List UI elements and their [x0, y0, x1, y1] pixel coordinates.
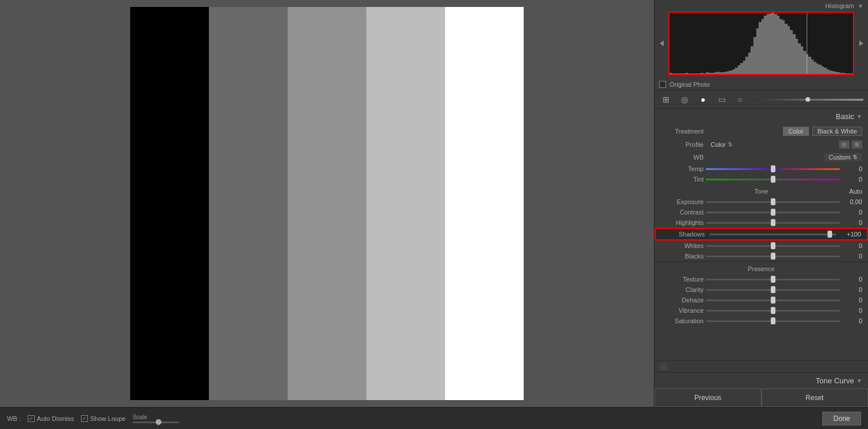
- profile-icons: ⊟ ⊞: [839, 140, 862, 149]
- exposure-thumb: [771, 198, 775, 205]
- highlights-row: Highlights 0: [654, 217, 868, 228]
- wb-select[interactable]: Custom ⇅: [824, 153, 862, 161]
- whites-row: Whites 0: [654, 241, 868, 251]
- highlights-label: Highlights: [660, 219, 704, 226]
- tool-filled-circle-icon[interactable]: ●: [696, 94, 710, 105]
- reset-button[interactable]: Reset: [762, 389, 869, 407]
- show-loupe-checkbox[interactable]: ✓: [81, 415, 88, 422]
- blacks-thumb: [771, 253, 775, 260]
- whites-slider[interactable]: [706, 245, 840, 247]
- auto-dismiss-label: Auto Dismiss: [37, 415, 74, 422]
- tint-value: 0: [842, 176, 862, 183]
- histogram-bars-container: [670, 13, 853, 74]
- image-area: [0, 0, 654, 407]
- highlights-thumb: [771, 219, 775, 226]
- highlights-value: 0: [842, 219, 862, 226]
- hist-bar: [851, 73, 853, 74]
- bottom-bar: WB : ✓ Auto Dismiss ✓ Show Loupe Scale D…: [0, 407, 868, 429]
- tools-slider[interactable]: [752, 99, 863, 101]
- tool-circle-icon[interactable]: ◎: [678, 94, 692, 105]
- show-loupe-label: Show Loupe: [90, 415, 126, 422]
- basic-menu-icon[interactable]: ▼: [856, 113, 862, 120]
- dehaze-row: Dehaze 0: [654, 295, 868, 305]
- tone-header: Tone Auto: [654, 184, 868, 197]
- histogram-canvas: [668, 12, 854, 75]
- panel-collapse-btn[interactable]: [660, 363, 667, 370]
- auto-btn[interactable]: Auto: [849, 188, 862, 195]
- shadows-slider[interactable]: [709, 234, 836, 235]
- right-panel: Histogram ▼: [654, 0, 868, 407]
- basic-section-header: Basic ▼: [654, 108, 868, 124]
- exposure-row: Exposure 0,00: [654, 197, 868, 207]
- clarity-label: Clarity: [660, 286, 704, 293]
- vibrance-thumb: [771, 307, 775, 314]
- histogram-inner: [670, 13, 853, 74]
- dehaze-thumb: [771, 297, 775, 304]
- clarity-value: 0: [842, 286, 862, 293]
- gradient-image: [130, 7, 524, 400]
- main-area: Histogram ▼: [0, 0, 868, 407]
- tool-grid-icon[interactable]: ⊞: [659, 94, 673, 105]
- highlights-slider[interactable]: [706, 222, 840, 224]
- exposure-value: 0,00: [842, 198, 862, 205]
- blacks-row: Blacks 0: [654, 251, 868, 261]
- tint-label: Tint: [660, 176, 704, 183]
- clarity-slider[interactable]: [706, 289, 840, 291]
- orig-photo-checkbox[interactable]: [659, 81, 666, 88]
- spacer: [654, 326, 868, 360]
- texture-slider[interactable]: [706, 279, 840, 280]
- temp-value: 0: [842, 165, 862, 172]
- profile-icon-2[interactable]: ⊞: [852, 140, 862, 149]
- image-strip: [445, 7, 524, 400]
- texture-value: 0: [842, 276, 862, 283]
- clarity-row: Clarity 0: [654, 284, 868, 295]
- exposure-slider[interactable]: [706, 201, 840, 203]
- blacks-slider[interactable]: [706, 256, 840, 257]
- tint-slider[interactable]: [706, 179, 840, 180]
- contrast-slider[interactable]: [706, 212, 840, 213]
- tool-empty-circle-icon[interactable]: ○: [733, 94, 747, 105]
- dehaze-label: Dehaze: [660, 297, 704, 304]
- contrast-label: Contrast: [660, 209, 704, 216]
- temp-label: Temp: [660, 165, 704, 172]
- auto-dismiss-checkbox[interactable]: ✓: [28, 415, 35, 422]
- tool-rect-icon[interactable]: ▭: [715, 94, 729, 105]
- contrast-row: Contrast 0: [654, 207, 868, 217]
- saturation-thumb: [771, 317, 775, 324]
- wb-label-bottom: WB :: [7, 415, 21, 422]
- previous-button[interactable]: Previous: [654, 389, 762, 407]
- shadows-value: +100: [841, 231, 861, 238]
- texture-thumb: [771, 276, 775, 283]
- scale-slider[interactable]: [133, 421, 179, 423]
- color-btn[interactable]: Color: [783, 127, 808, 136]
- texture-label: Texture: [660, 276, 704, 283]
- temp-slider[interactable]: [706, 168, 840, 170]
- contrast-thumb: [771, 209, 775, 216]
- tint-thumb: [771, 176, 775, 183]
- vibrance-slider[interactable]: [706, 310, 840, 312]
- profile-arrow: ⇅: [728, 142, 733, 147]
- orig-photo-row: Original Photo: [654, 79, 868, 90]
- basic-title: Basic: [836, 112, 854, 121]
- profile-label: Profile: [660, 141, 704, 148]
- temp-row: Temp 0: [654, 164, 868, 174]
- presence-header: Presence: [654, 261, 868, 274]
- done-button[interactable]: Done: [822, 412, 861, 426]
- tint-row: Tint 0: [654, 174, 868, 184]
- saturation-slider[interactable]: [706, 320, 840, 322]
- vibrance-label: Vibrance: [660, 307, 704, 314]
- vibrance-row: Vibrance 0: [654, 305, 868, 316]
- scale-thumb: [156, 419, 161, 425]
- bw-btn[interactable]: Black & White: [812, 127, 862, 136]
- histogram-menu-icon[interactable]: ▼: [854, 3, 863, 9]
- histogram-left-arrow[interactable]: [660, 40, 664, 46]
- tone-curve-menu[interactable]: ▼: [856, 378, 862, 384]
- profile-icon-1[interactable]: ⊟: [839, 140, 849, 149]
- exposure-label: Exposure: [660, 198, 704, 205]
- dehaze-slider[interactable]: [706, 299, 840, 301]
- histogram-section: Histogram ▼: [654, 0, 868, 90]
- profile-value[interactable]: Color: [711, 141, 726, 148]
- histogram-right-arrow[interactable]: [859, 40, 863, 46]
- shadows-row: Shadows +100: [654, 228, 868, 241]
- whites-label: Whites: [660, 242, 704, 249]
